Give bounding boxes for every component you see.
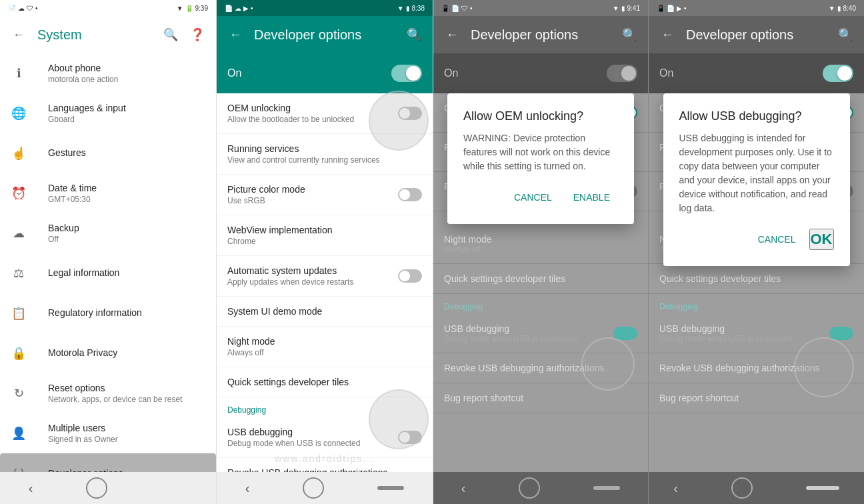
enable-btn-highlight: [581, 337, 635, 391]
setting-uidemo[interactable]: System UI demo mode: [217, 297, 433, 327]
usb-dialog: Allow USB debugging? USB debugging is in…: [663, 93, 850, 266]
dev-icon1: 📄: [225, 5, 233, 12]
menu-item-motorola[interactable]: 🔒 Motorola Privacy: [0, 333, 216, 373]
menu-item-legal[interactable]: ⚖ Legal information: [0, 253, 216, 293]
legal-icon: ⚖: [11, 265, 27, 281]
battery-icon: 🔋: [185, 5, 193, 12]
developer-options-oem-panel: 📱 📄 🛡 • ▼ ▮ 9:41 ← Developer options 🔍 O…: [433, 0, 649, 504]
p4-topbar: ← Developer options 🔍: [649, 16, 864, 53]
cloud-icon: ☁: [18, 5, 25, 12]
dev-on-toggle[interactable]: [391, 65, 422, 82]
menu-item-developer[interactable]: { } Developer options: [0, 453, 216, 472]
setting-autoupdate[interactable]: Automatic system updates Apply updates w…: [217, 256, 433, 297]
oem-dialog: Allow OEM unlocking? WARNING: Device pro…: [447, 93, 634, 224]
setting-picture[interactable]: Picture color mode Use sRGB: [217, 175, 433, 215]
oem-dialog-overlay: Allow OEM unlocking? WARNING: Device pro…: [433, 93, 648, 504]
status-left-icons: 📄 ☁ 🛡 •: [8, 5, 38, 12]
menu-item-date[interactable]: ⏰ Date & time GMT+05:30: [0, 173, 216, 213]
back-button[interactable]: ←: [11, 27, 27, 43]
gestures-icon: ☝: [11, 145, 27, 161]
developer-icon: { }: [11, 465, 27, 472]
page-title: System: [37, 27, 152, 43]
p4-search-button[interactable]: 🔍: [837, 27, 853, 43]
p4-on-bar: On: [649, 53, 864, 93]
oem-toggle-highlight: [369, 91, 429, 151]
autoupdate-toggle[interactable]: [398, 269, 422, 283]
dev-status-right: ▼ ▮ 8:38: [397, 5, 425, 12]
reset-icon: ↻: [11, 385, 27, 401]
p3-on-toggle[interactable]: [607, 65, 637, 82]
search-button[interactable]: 🔍: [163, 27, 179, 43]
regulatory-icon: 📋: [11, 305, 27, 321]
bottom-nav-1: ‹: [0, 472, 216, 504]
back-nav-button[interactable]: ‹: [29, 481, 33, 496]
dev-battery: ▮: [406, 5, 410, 12]
menu-item-about[interactable]: ℹ About phone motorola one action: [0, 53, 216, 93]
users-icon: 👤: [11, 425, 27, 441]
home-nav-button[interactable]: [86, 477, 107, 499]
shield-icon: 🛡: [27, 5, 33, 12]
menu-item-backup[interactable]: ☁ Backup Off: [0, 213, 216, 253]
dev-on-bar: On: [217, 53, 433, 93]
p3-icon1: 📱: [441, 5, 449, 12]
dev-back-button[interactable]: ←: [227, 27, 243, 43]
p4-battery: ▮: [837, 5, 841, 12]
time-display: 9:39: [195, 5, 208, 12]
back-nav-btn-2[interactable]: ‹: [245, 481, 250, 496]
dev-search-button[interactable]: 🔍: [406, 27, 422, 43]
p3-back-button[interactable]: ←: [444, 27, 460, 43]
menu-item-gestures[interactable]: ☝ Gestures: [0, 133, 216, 173]
p3-search-button[interactable]: 🔍: [621, 27, 637, 43]
privacy-icon: 🔒: [11, 345, 27, 361]
p4-back-button[interactable]: ←: [659, 27, 675, 43]
p3-icon2: 📄: [451, 5, 459, 12]
dev-time: 8:38: [412, 5, 425, 12]
p4-on-toggle[interactable]: [823, 65, 853, 82]
status-right-icons: ▼ 🔋 9:39: [177, 5, 208, 12]
dev-page-title: Developer options: [254, 27, 395, 43]
p3-wifi: ▼: [613, 5, 619, 12]
system-settings-panel: 📄 ☁ 🛡 • ▼ 🔋 9:39 ← System 🔍 ❓ ℹ About ph…: [0, 0, 217, 504]
menu-item-languages[interactable]: 🌐 Languages & input Gboard: [0, 93, 216, 133]
status-bar-4: 📱 📄 ▶ • ▼ ▮ 8:40: [649, 0, 864, 16]
p3-topbar: ← Developer options 🔍: [433, 16, 648, 53]
languages-icon: 🌐: [11, 105, 27, 121]
oem-cancel-button[interactable]: Cancel: [506, 187, 560, 208]
home-nav-btn-2[interactable]: [303, 477, 324, 499]
p4-icon4: •: [684, 5, 687, 12]
p4-icon3: ▶: [677, 5, 682, 12]
menu-item-regulatory[interactable]: 📋 Regulatory information: [0, 293, 216, 333]
p3-status-right: ▼ ▮ 9:41: [613, 5, 640, 12]
menu-item-users[interactable]: 👤 Multiple users Signed in as Owner: [0, 413, 216, 453]
recents-nav-btn-2[interactable]: [377, 486, 404, 490]
dev-status-left: 📄 ☁ ▶ •: [225, 5, 253, 12]
about-icon: ℹ: [11, 65, 27, 81]
p3-time: 9:41: [627, 5, 640, 12]
picture-toggle[interactable]: [398, 188, 422, 201]
dev-icon4: •: [251, 5, 253, 12]
dev-icon2: ☁: [235, 5, 241, 12]
usb-cancel-button[interactable]: Cancel: [750, 229, 804, 250]
p3-status-left: 📱 📄 🛡 •: [441, 5, 473, 12]
file-icon: 📄: [8, 5, 16, 12]
status-bar-2: 📄 ☁ ▶ • ▼ ▮ 8:38: [217, 0, 433, 16]
usb-ok-button[interactable]: OK: [809, 229, 834, 250]
datetime-icon: ⏰: [11, 185, 27, 201]
oem-dialog-body: WARNING: Device protection features will…: [463, 131, 618, 173]
oem-enable-button[interactable]: Enable: [565, 187, 618, 208]
oem-dialog-actions: Cancel Enable: [463, 187, 618, 208]
p4-wifi: ▼: [829, 5, 835, 12]
setting-webview[interactable]: WebView implementation Chrome: [217, 215, 433, 256]
watermark: www.androidtips...: [275, 453, 375, 464]
dev-topbar: ← Developer options 🔍: [217, 16, 433, 53]
dot-icon: •: [35, 5, 38, 12]
developer-options-panel: 📄 ☁ ▶ • ▼ ▮ 8:38 ← Developer options 🔍 O…: [217, 0, 433, 504]
wifi-icon: ▼: [177, 5, 183, 12]
p4-icon1: 📱: [657, 5, 665, 12]
p4-status-left: 📱 📄 ▶ •: [657, 5, 687, 12]
help-button[interactable]: ❓: [189, 27, 205, 43]
dev-wifi: ▼: [397, 5, 404, 12]
menu-item-reset[interactable]: ↻ Reset options Network, apps, or device…: [0, 373, 216, 413]
developer-options-usb-panel: 📱 📄 ▶ • ▼ ▮ 8:40 ← Developer options 🔍 O…: [649, 0, 864, 504]
setting-nightmode[interactable]: Night mode Always off: [217, 327, 433, 367]
